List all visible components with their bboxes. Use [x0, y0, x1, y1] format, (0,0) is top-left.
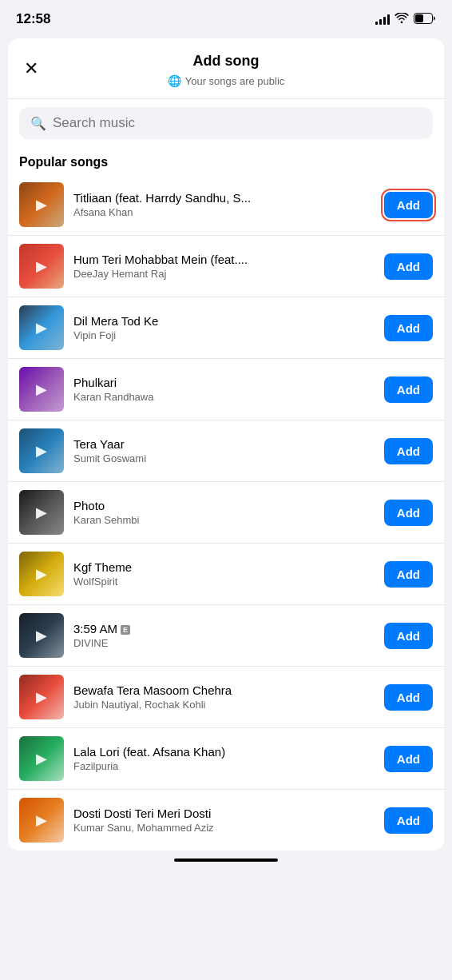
- add-button[interactable]: Add: [384, 192, 433, 218]
- wifi-icon: [395, 13, 409, 26]
- explicit-badge: E: [121, 625, 130, 635]
- song-thumbnail: [19, 428, 64, 473]
- song-item: Lala Lori (feat. Afsana Khan)FazilpuriaA…: [8, 727, 444, 789]
- song-thumbnail: [19, 798, 64, 843]
- search-icon: 🔍: [30, 116, 46, 131]
- add-button[interactable]: Add: [384, 746, 433, 772]
- song-thumbnail: [19, 490, 64, 535]
- search-bar[interactable]: 🔍: [19, 107, 433, 139]
- song-item: Dil Mera Tod KeVipin FojiAdd: [8, 297, 444, 358]
- song-artist: WolfSpirit: [73, 576, 375, 588]
- song-info: Dosti Dosti Teri Meri DostiKumar Sanu, M…: [73, 807, 375, 834]
- song-info: Hum Teri Mohabbat Mein (feat....DeeJay H…: [73, 253, 375, 280]
- song-info: Bewafa Tera Masoom ChehraJubin Nautiyal,…: [73, 683, 375, 711]
- section-header: Popular songs: [8, 147, 444, 174]
- add-button[interactable]: Add: [384, 376, 433, 403]
- song-info: Lala Lori (feat. Afsana Khan)Fazilpuria: [73, 745, 375, 772]
- song-info: Dil Mera Tod KeVipin Foji: [73, 314, 375, 341]
- song-artist: DIVINE: [73, 637, 375, 649]
- add-button[interactable]: Add: [384, 315, 433, 341]
- song-item: Hum Teri Mohabbat Mein (feat....DeeJay H…: [8, 235, 444, 297]
- search-container: 🔍: [8, 99, 444, 147]
- svg-rect-1: [415, 14, 423, 22]
- song-thumbnail: [19, 305, 64, 350]
- modal-header: ✕ Add song 🌐 Your songs are public: [8, 38, 444, 99]
- song-artist: Sumit Goswami: [73, 452, 375, 464]
- song-artist: Fazilpuria: [73, 760, 375, 772]
- song-thumbnail: [19, 736, 64, 781]
- song-title: Kgf Theme: [73, 560, 375, 574]
- song-thumbnail: [19, 182, 64, 227]
- signal-icon: [375, 14, 390, 25]
- add-button[interactable]: Add: [384, 500, 433, 526]
- song-thumbnail: [19, 367, 64, 412]
- song-thumbnail: [19, 244, 64, 289]
- song-title: Lala Lori (feat. Afsana Khan): [73, 745, 375, 759]
- song-title: Titliaan (feat. Harrdy Sandhu, S...: [73, 191, 375, 205]
- public-notice: 🌐 Your songs are public: [24, 74, 428, 87]
- status-icons: [375, 13, 436, 26]
- add-song-modal: ✕ Add song 🌐 Your songs are public 🔍 Pop…: [8, 38, 444, 851]
- song-info: 3:59 AMEDIVINE: [73, 622, 375, 649]
- globe-icon: 🌐: [168, 74, 181, 87]
- home-indicator: [174, 858, 278, 862]
- song-artist: Afsana Khan: [73, 206, 375, 218]
- song-thumbnail: [19, 613, 64, 658]
- song-artist: Vipin Foji: [73, 329, 375, 341]
- song-artist: Jubin Nautiyal, Rochak Kohli: [73, 699, 375, 711]
- close-button[interactable]: ✕: [24, 60, 38, 78]
- search-input[interactable]: [53, 115, 422, 131]
- song-title: Phulkari: [73, 376, 375, 389]
- song-item: Titliaan (feat. Harrdy Sandhu, S...Afsan…: [8, 174, 444, 235]
- add-button[interactable]: Add: [384, 623, 433, 649]
- song-title: Photo: [73, 499, 375, 512]
- song-artist: DeeJay Hemant Raj: [73, 268, 375, 280]
- status-bar: 12:58: [0, 0, 452, 32]
- song-title: Hum Teri Mohabbat Mein (feat....: [73, 253, 375, 266]
- song-item: Bewafa Tera Masoom ChehraJubin Nautiyal,…: [8, 666, 444, 727]
- song-item: PhulkariKaran RandhawaAdd: [8, 358, 444, 420]
- add-button[interactable]: Add: [384, 684, 433, 711]
- song-item: Tera YaarSumit GoswamiAdd: [8, 420, 444, 481]
- song-title: Bewafa Tera Masoom Chehra: [73, 683, 375, 697]
- song-item: 3:59 AMEDIVINEAdd: [8, 604, 444, 666]
- song-info: PhotoKaran Sehmbi: [73, 499, 375, 526]
- song-thumbnail: [19, 552, 64, 596]
- add-button[interactable]: Add: [384, 438, 433, 464]
- song-thumbnail: [19, 675, 64, 719]
- song-item: PhotoKaran SehmbiAdd: [8, 481, 444, 543]
- song-title: Tera Yaar: [73, 437, 375, 451]
- song-artist: Karan Sehmbi: [73, 514, 375, 526]
- add-button[interactable]: Add: [384, 561, 433, 588]
- battery-icon: [414, 13, 436, 26]
- status-time: 12:58: [16, 11, 50, 27]
- song-info: Titliaan (feat. Harrdy Sandhu, S...Afsan…: [73, 191, 375, 218]
- song-title: 3:59 AME: [73, 622, 375, 635]
- song-title: Dil Mera Tod Ke: [73, 314, 375, 328]
- song-artist: Kumar Sanu, Mohammed Aziz: [73, 822, 375, 834]
- song-artist: Karan Randhawa: [73, 391, 375, 403]
- add-button[interactable]: Add: [384, 807, 433, 834]
- song-info: Tera YaarSumit Goswami: [73, 437, 375, 464]
- song-info: Kgf ThemeWolfSpirit: [73, 560, 375, 588]
- add-button[interactable]: Add: [384, 253, 433, 280]
- song-title: Dosti Dosti Teri Meri Dosti: [73, 807, 375, 820]
- song-item: Dosti Dosti Teri Meri DostiKumar Sanu, M…: [8, 789, 444, 851]
- song-list: Titliaan (feat. Harrdy Sandhu, S...Afsan…: [8, 174, 444, 851]
- modal-title: Add song: [24, 53, 428, 70]
- song-info: PhulkariKaran Randhawa: [73, 376, 375, 403]
- song-item: Kgf ThemeWolfSpiritAdd: [8, 543, 444, 604]
